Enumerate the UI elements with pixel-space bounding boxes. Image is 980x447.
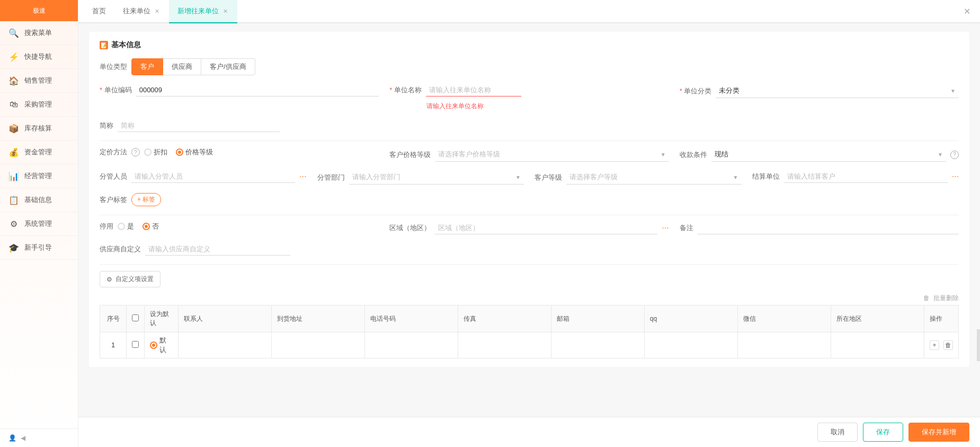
sidebar-item-operation[interactable]: 📊 经营管理 (0, 164, 78, 188)
code-name-row: 单位编码 单位名称 请输入往来单位名称 单位分类 未分类 ▼ (100, 84, 959, 111)
pricing-help-icon[interactable]: ? (131, 148, 140, 156)
type-btn-both[interactable]: 客户/供应商 (201, 58, 255, 75)
radio-price-level-circle (176, 148, 183, 156)
chart-icon: 📊 (8, 171, 19, 181)
price-level-select[interactable]: 请选择客户价格等级 ▼ (435, 147, 669, 162)
table-row: 1 默认 (100, 332, 959, 358)
chevron-down-icon-2: ▼ (661, 152, 666, 157)
supplier-custom-label: 供应商自定义 (100, 244, 141, 254)
tab-bar-close-btn[interactable]: ✕ (959, 6, 975, 16)
clipboard-icon: 📋 (8, 195, 19, 205)
sidebar-item-system[interactable]: ⚙ 系统管理 (0, 212, 78, 236)
tab-home[interactable]: 首页 (84, 0, 114, 23)
sidebar-item-guide[interactable]: 🎓 新手引导 (0, 236, 78, 260)
cell-address[interactable] (271, 332, 364, 358)
sidebar-item-label: 资金管理 (24, 147, 52, 157)
code-input[interactable] (136, 84, 379, 97)
sidebar-item-basic[interactable]: 📋 基础信息 (0, 188, 78, 212)
settings-icon: ⚙ (106, 276, 112, 283)
sidebar-item-inventory[interactable]: 📦 库存核算 (0, 117, 78, 141)
short-name-label: 简称 (100, 121, 113, 130)
radio-price-level[interactable]: 价格等级 (176, 147, 213, 157)
radio-no[interactable]: 否 (142, 222, 159, 231)
save-new-button[interactable]: 保存并新增 (908, 423, 969, 442)
cell-default: 默认 (145, 332, 179, 358)
email-input[interactable] (557, 339, 639, 352)
chevron-down-icon-4: ▼ (515, 174, 521, 180)
cell-action: + 🗑 (924, 332, 958, 358)
radio-discount-label: 折扣 (154, 147, 167, 157)
tag-row: 客户标签 + 标签 (100, 193, 959, 206)
sidebar-item-purchase[interactable]: 🛍 采购管理 (0, 93, 78, 117)
cell-wechat[interactable] (737, 332, 831, 358)
table-region-input[interactable] (836, 339, 919, 352)
guide-icon: 🎓 (8, 242, 19, 253)
short-name-input[interactable] (118, 119, 280, 132)
add-row-btn[interactable]: + (930, 340, 939, 350)
supplier-custom-input[interactable] (145, 243, 290, 256)
name-input[interactable] (426, 84, 521, 97)
sidebar-item-sales[interactable]: 🏠 销售管理 (0, 69, 78, 93)
address-input[interactable] (277, 339, 359, 352)
radio-discount-circle (144, 148, 152, 156)
dept-placeholder: 请输入分管部门 (352, 172, 400, 182)
category-select[interactable]: 未分类 ▼ (716, 84, 959, 98)
batch-delete-btn[interactable]: 批量删除 (933, 294, 959, 302)
custom-settings-btn[interactable]: ⚙ 自定义项设置 (100, 271, 161, 287)
tab-partner-list-close[interactable]: ✕ (154, 8, 161, 15)
price-level-placeholder: 请选择客户价格等级 (438, 150, 500, 159)
sidebar-item-finance[interactable]: 💰 资金管理 (0, 141, 78, 164)
contact-input[interactable] (184, 339, 266, 352)
customer-level-label: 客户等级 (534, 173, 562, 182)
sidebar-item-quick-nav[interactable]: ⚡ 快捷导航 (0, 45, 78, 69)
delete-row-btn[interactable]: 🗑 (943, 340, 953, 350)
manager-more-btn[interactable]: ··· (299, 172, 306, 181)
sidebar-bottom: 👤 ◀ (0, 428, 78, 447)
payment-help-icon[interactable]: ? (950, 151, 959, 159)
sidebar-item-label: 库存核算 (24, 124, 52, 133)
category-value: 未分类 (719, 86, 740, 95)
dept-select[interactable]: 请输入分管部门 ▼ (349, 170, 524, 185)
type-btn-customer[interactable]: 客户 (131, 58, 163, 75)
sidebar-item-search[interactable]: 🔍 搜索菜单 (0, 21, 78, 45)
payment-value: 现结 (715, 150, 728, 159)
phone-input[interactable] (370, 339, 452, 352)
tag-add-btn[interactable]: + 标签 (131, 193, 161, 206)
cell-region[interactable] (831, 332, 924, 358)
cell-contact[interactable] (178, 332, 271, 358)
tab-partner-list[interactable]: 往来单位 ✕ (114, 0, 169, 23)
settle-input[interactable] (784, 170, 948, 183)
col-checkbox (127, 305, 145, 332)
cell-phone[interactable] (364, 332, 458, 358)
tab-new-partner-close[interactable]: ✕ (222, 8, 229, 15)
manager-input[interactable] (131, 170, 295, 183)
save-button[interactable]: 保存 (863, 423, 903, 442)
price-level-label: 客户价格等级 (389, 150, 431, 160)
payment-select[interactable]: 现结 ▼ (711, 147, 946, 162)
radio-yes[interactable]: 是 (118, 222, 134, 231)
code-field: 单位编码 (100, 84, 379, 97)
name-error-msg: 请输入往来单位名称 (426, 102, 484, 111)
row-checkbox[interactable] (132, 341, 139, 348)
cell-fax[interactable] (458, 332, 551, 358)
row-default-radio[interactable]: 默认 (150, 336, 173, 355)
fax-input[interactable] (464, 339, 546, 352)
cell-qq[interactable] (644, 332, 737, 358)
customer-level-select[interactable]: 请选择客户等级 ▼ (566, 170, 742, 185)
col-phone: 电话号码 (364, 305, 458, 332)
region-input[interactable] (435, 222, 657, 234)
settle-more-btn[interactable]: ··· (952, 172, 959, 181)
type-btn-supplier[interactable]: 供应商 (163, 58, 201, 75)
remark-input[interactable] (698, 222, 959, 234)
table-select-all[interactable] (132, 314, 139, 321)
remark-field: 备注 (680, 222, 959, 234)
region-more-btn[interactable]: ··· (662, 223, 669, 233)
cancel-button[interactable]: 取消 (817, 423, 858, 442)
tab-new-partner[interactable]: 新增往来单位 ✕ (169, 0, 237, 23)
settle-label: 结算单位 (752, 172, 780, 181)
wechat-input[interactable] (743, 339, 825, 352)
radio-discount[interactable]: 折扣 (144, 147, 167, 157)
scrollbar[interactable] (977, 329, 980, 361)
cell-email[interactable] (551, 332, 644, 358)
qq-input[interactable] (650, 339, 732, 352)
